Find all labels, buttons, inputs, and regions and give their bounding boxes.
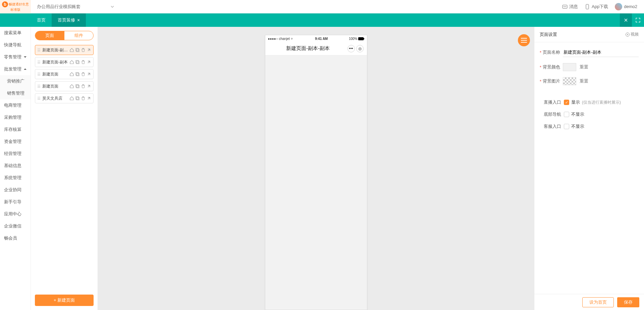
page-list-item[interactable]: ☰新建页面-副本 bbox=[35, 57, 94, 67]
copy-icon[interactable] bbox=[75, 48, 80, 52]
tab-首页[interactable]: 首页 bbox=[31, 13, 52, 27]
delete-icon[interactable] bbox=[81, 96, 86, 101]
page-item-name: 新建页面-副本 bbox=[42, 59, 68, 65]
settings-footer: 设为首页 保存 bbox=[534, 294, 644, 310]
sidebar-item-企业协同[interactable]: 企业协同 bbox=[0, 184, 31, 196]
bg-color-reset[interactable]: 重置 bbox=[580, 64, 588, 70]
drag-handle-icon[interactable]: ☰ bbox=[37, 96, 41, 101]
drag-handle-icon[interactable]: ☰ bbox=[37, 48, 41, 52]
phone-battery: 100% bbox=[349, 37, 364, 41]
sidebar-item-批发管理[interactable]: 批发管理 bbox=[0, 63, 31, 75]
copy-icon[interactable] bbox=[75, 96, 80, 101]
bottom-nav-checkbox[interactable] bbox=[564, 112, 569, 117]
tab-首页装修[interactable]: 首页装修× bbox=[52, 13, 86, 27]
sidebar-item-营销推广[interactable]: 营销推广 bbox=[0, 75, 31, 87]
copy-icon[interactable] bbox=[75, 84, 80, 89]
delete-icon[interactable] bbox=[81, 60, 86, 64]
live-show-checkbox[interactable]: ✓ bbox=[564, 100, 569, 105]
sidebar-item-零售管理[interactable]: 零售管理 bbox=[0, 51, 31, 63]
app-download-link[interactable]: App下载 bbox=[585, 4, 608, 10]
copy-icon[interactable] bbox=[75, 72, 80, 76]
sidebar-item-畅会员[interactable]: 畅会员 bbox=[0, 232, 31, 244]
external-link-icon[interactable] bbox=[87, 48, 91, 52]
caret-down-icon bbox=[24, 56, 26, 58]
new-page-button[interactable]: + 新建页面 bbox=[35, 295, 94, 306]
sidebar-item-快捷导航[interactable]: 快捷导航 bbox=[0, 39, 31, 51]
tab-fullscreen[interactable] bbox=[632, 13, 644, 27]
page-list-item[interactable]: ☰新建页面-副本... bbox=[35, 45, 94, 55]
phone-icon bbox=[585, 4, 590, 9]
sidebar-item-电商管理[interactable]: 电商管理 bbox=[0, 99, 31, 111]
service-checkbox[interactable] bbox=[564, 124, 569, 129]
messages-link[interactable]: 消息 bbox=[562, 4, 578, 10]
sidebar-item-经营管理[interactable]: 经营管理 bbox=[0, 148, 31, 160]
tab-components[interactable]: 组件 bbox=[64, 31, 94, 40]
svg-rect-11 bbox=[76, 85, 78, 87]
home-icon[interactable] bbox=[69, 72, 74, 76]
save-button[interactable]: 保存 bbox=[617, 297, 639, 307]
fab-menu-button[interactable] bbox=[518, 34, 530, 46]
tab-pages[interactable]: 页面 bbox=[35, 31, 64, 40]
drag-handle-icon[interactable]: ☰ bbox=[37, 72, 41, 76]
phone-title: 新建页面-副本-副本 bbox=[269, 45, 347, 52]
sidebar-item-label: 应用中心 bbox=[4, 211, 21, 217]
sidebar-item-企业微信[interactable]: 企业微信 bbox=[0, 220, 31, 232]
message-icon bbox=[562, 4, 568, 9]
sidebar-item-label: 批发管理 bbox=[4, 66, 21, 72]
external-link-icon[interactable] bbox=[87, 84, 91, 89]
delete-icon[interactable] bbox=[81, 48, 86, 52]
external-link-icon[interactable] bbox=[87, 60, 91, 64]
caret-up-icon bbox=[24, 68, 26, 70]
sidebar-item-label: 搜索菜单 bbox=[4, 30, 21, 36]
page-list-item[interactable]: ☰新建页面 bbox=[35, 81, 94, 91]
bottom-nav-label: 底部导航 bbox=[544, 111, 564, 117]
sidebar-item-系统管理[interactable]: 系统管理 bbox=[0, 172, 31, 184]
external-link-icon[interactable] bbox=[87, 72, 91, 76]
delete-icon[interactable] bbox=[81, 84, 86, 89]
drag-handle-icon[interactable]: ☰ bbox=[37, 84, 41, 89]
live-note: (仅当进行直播时展示) bbox=[582, 100, 621, 105]
video-help-link[interactable]: 视频 bbox=[626, 32, 639, 37]
sidebar: 搜索菜单快捷导航零售管理批发管理营销推广销售管理电商管理采购管理库存核算资金管理… bbox=[0, 27, 31, 310]
page-panel-tabs: 页面 组件 bbox=[35, 31, 94, 40]
sidebar-item-采购管理[interactable]: 采购管理 bbox=[0, 111, 31, 123]
svg-rect-10 bbox=[76, 73, 79, 76]
miniapp-menu-icon: ••• bbox=[347, 45, 355, 52]
close-icon[interactable]: × bbox=[77, 17, 80, 23]
user-menu[interactable]: demo2 bbox=[615, 3, 637, 10]
phone-preview: ●●●●○ chanjet ᯤ 9:41 AM 100% 新建页面-副本-副本 … bbox=[265, 35, 367, 310]
settings-title: 页面设置 bbox=[540, 32, 557, 38]
logo[interactable]: b 畅捷通好生意 标准版 bbox=[0, 0, 31, 13]
phone-body[interactable] bbox=[265, 55, 367, 216]
sidebar-item-库存核算[interactable]: 库存核算 bbox=[0, 123, 31, 136]
page-name-input[interactable] bbox=[563, 48, 639, 57]
drag-handle-icon[interactable]: ☰ bbox=[37, 60, 41, 64]
chevron-down-icon bbox=[111, 5, 114, 8]
home-icon[interactable] bbox=[69, 96, 74, 101]
home-icon[interactable] bbox=[69, 84, 74, 89]
sidebar-item-新手引导[interactable]: 新手引导 bbox=[0, 196, 31, 208]
sidebar-item-应用中心[interactable]: 应用中心 bbox=[0, 208, 31, 220]
set-home-button[interactable]: 设为首页 bbox=[582, 297, 614, 307]
delete-icon[interactable] bbox=[81, 72, 86, 76]
copy-icon[interactable] bbox=[75, 60, 80, 64]
account-selector[interactable]: 办公用品行业模拟账套 bbox=[37, 4, 114, 10]
bg-image-label: 背景图片 bbox=[543, 78, 563, 84]
tab-close-all[interactable] bbox=[620, 13, 632, 27]
avatar bbox=[615, 3, 622, 10]
bg-color-swatch[interactable] bbox=[563, 63, 576, 71]
home-icon[interactable] bbox=[69, 60, 74, 64]
sidebar-item-label: 经营管理 bbox=[4, 151, 21, 157]
page-list-item[interactable]: ☰昊天文具店 bbox=[35, 93, 94, 103]
sidebar-item-搜索菜单[interactable]: 搜索菜单 bbox=[0, 27, 31, 39]
bg-image-reset[interactable]: 重置 bbox=[580, 78, 588, 84]
svg-rect-14 bbox=[76, 97, 79, 100]
sidebar-item-销售管理[interactable]: 销售管理 bbox=[0, 87, 31, 99]
sidebar-item-资金管理[interactable]: 资金管理 bbox=[0, 136, 31, 148]
external-link-icon[interactable] bbox=[87, 96, 91, 101]
sidebar-item-基础信息[interactable]: 基础信息 bbox=[0, 160, 31, 172]
page-panel: 页面 组件 ☰新建页面-副本...☰新建页面-副本☰新建页面☰新建页面☰昊天文具… bbox=[31, 27, 98, 310]
page-list-item[interactable]: ☰新建页面 bbox=[35, 69, 94, 79]
bg-image-swatch[interactable] bbox=[563, 77, 576, 85]
home-icon[interactable] bbox=[69, 48, 74, 52]
